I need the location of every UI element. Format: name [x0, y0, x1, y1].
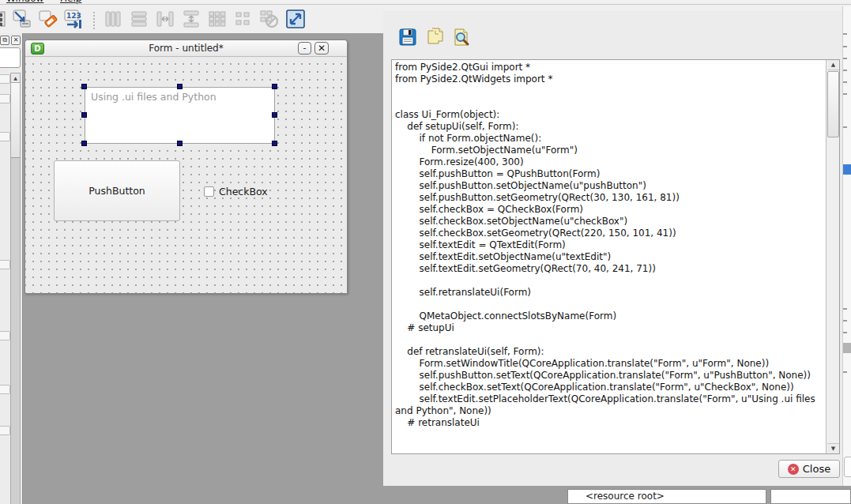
layout-split-horizontal-icon [155, 9, 175, 32]
edit-widgets-button[interactable] [0, 10, 7, 32]
close-dialog-button[interactable]: ✕ Close [778, 460, 840, 478]
edit-widgets-icon [0, 10, 7, 32]
textedit-widget[interactable]: Using .ui files and Python [85, 87, 275, 144]
selection-handle-top-left[interactable] [81, 84, 87, 89]
edit-signals-slots-icon [12, 9, 32, 32]
save-icon [398, 28, 417, 50]
layout-form-icon [233, 9, 254, 32]
layout-vertical-icon [129, 9, 149, 32]
widget-category-edge [0, 385, 10, 394]
save-button[interactable] [397, 28, 417, 48]
row-edge [843, 58, 847, 59]
selection-handle-bottom-center[interactable] [177, 141, 183, 146]
row-edge [843, 70, 847, 71]
widget-category-edge [0, 94, 10, 103]
row-edge [843, 46, 847, 47]
layout-horizontal-icon [103, 9, 123, 32]
dock-float-button[interactable]: ⧉ [0, 36, 9, 45]
layout-split-vertical-button[interactable] [180, 10, 201, 32]
form-canvas[interactable]: Using .ui files and Python PushButton Ch… [25, 57, 347, 293]
selection-handle-top-right[interactable] [272, 84, 277, 89]
selected-row-edge [843, 164, 851, 175]
edit-signals-slots-button[interactable] [11, 10, 32, 32]
layout-vertical-button[interactable] [128, 10, 149, 32]
minimize-button[interactable]: - [298, 42, 311, 55]
layout-grid-button[interactable] [206, 10, 228, 32]
checkbox-widget[interactable]: CheckBox [204, 186, 268, 197]
row-edge [843, 81, 847, 83]
generated-python-code[interactable]: from PySide2.QtGui import * from PySide2… [395, 62, 824, 452]
widget-category-edge [0, 74, 10, 84]
property-panel-edge [842, 6, 851, 486]
checkbox-indicator[interactable] [204, 186, 214, 197]
selection-handle-bottom-right[interactable] [272, 141, 277, 146]
resource-panel-fragment [770, 489, 851, 504]
code-preview-dialog: from PySide2.QtGui import * from PySide2… [383, 11, 842, 486]
layout-horizontal-button[interactable] [102, 10, 123, 32]
code-dialog-toolbar [397, 28, 471, 48]
form-titlebar[interactable]: D Form - untitled* - ✕ [25, 40, 347, 57]
selection-handle-bottom-left[interactable] [81, 141, 87, 146]
hovered-row-edge [843, 343, 851, 353]
pushbutton-widget[interactable]: PushButton [54, 160, 180, 221]
toolbar: 123 [0, 8, 311, 33]
adjust-size-button[interactable] [284, 10, 306, 32]
row-edge [843, 332, 847, 333]
scroll-down-icon[interactable]: ▼ [827, 443, 839, 453]
row-edge [843, 308, 847, 310]
break-layout-button[interactable] [258, 10, 280, 32]
widget-category-edge [0, 132, 10, 141]
menu-help[interactable]: Help [60, 0, 81, 4]
widget-box-scrollbar[interactable]: ▲ [10, 73, 21, 504]
scroll-up-icon[interactable]: ▲ [827, 60, 839, 70]
row-edge [843, 126, 847, 128]
code-view[interactable]: from PySide2.QtGui import * from PySide2… [391, 59, 840, 454]
selection-handle-top-center[interactable] [177, 84, 183, 89]
adjust-size-icon [285, 9, 306, 32]
resource-root-item[interactable]: <resource root> [567, 489, 766, 504]
widget-category-edge [0, 426, 10, 435]
panel-button-edge [844, 457, 851, 477]
form-editor-window: D Form - untitled* - ✕ Using .ui files a… [24, 39, 348, 294]
code-scrollbar[interactable]: ▲ ▼ [826, 60, 839, 453]
edit-buddies-button[interactable] [37, 10, 58, 32]
close-icon: ✕ [788, 464, 799, 475]
layout-form-button[interactable] [232, 10, 254, 32]
checkbox-label: CheckBox [219, 186, 268, 197]
layout-split-vertical-icon [181, 9, 201, 32]
svg-text:123: 123 [66, 12, 81, 20]
scrollbar-thumb[interactable] [827, 71, 839, 137]
close-button-label: Close [803, 463, 830, 475]
widget-category-edge [0, 260, 10, 269]
layout-split-horizontal-button[interactable] [154, 10, 175, 32]
scroll-up-icon[interactable]: ▲ [11, 73, 20, 83]
layout-grid-icon [207, 9, 228, 32]
scrollbar-thumb[interactable] [11, 83, 20, 158]
widget-filter-input[interactable] [0, 47, 21, 68]
break-layout-icon [259, 9, 280, 32]
menubar: Window Help [0, 0, 851, 5]
edit-tab-order-button[interactable]: 123 [63, 10, 85, 32]
menu-window[interactable]: Window [6, 0, 43, 4]
row-edge [843, 93, 847, 95]
selection-handle-mid-left[interactable] [81, 112, 87, 118]
toolbar-separator [92, 11, 96, 30]
copy-icon [425, 28, 444, 50]
dock-close-button[interactable]: ✕ [11, 36, 21, 45]
row-edge [843, 33, 847, 35]
edit-tab-order-icon: 123 [64, 9, 85, 32]
selection-handle-mid-right[interactable] [272, 112, 277, 118]
copy-button[interactable] [424, 28, 444, 48]
row-edge [843, 320, 847, 322]
widget-category-edge [0, 331, 10, 340]
close-window-button[interactable]: ✕ [314, 42, 329, 55]
find-icon [452, 28, 471, 50]
edit-buddies-icon [38, 9, 58, 32]
row-edge [843, 371, 847, 373]
find-button[interactable] [451, 28, 471, 48]
widget-box-panel: ⧉ ✕ ▲ [0, 33, 23, 504]
